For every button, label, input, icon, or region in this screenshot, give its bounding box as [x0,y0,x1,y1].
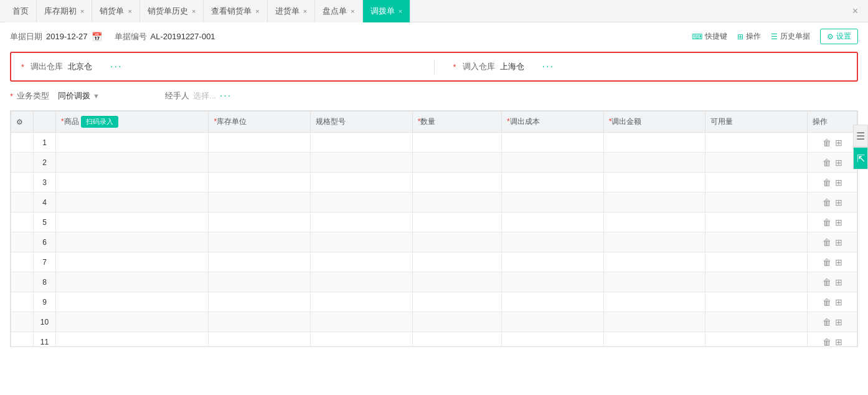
tab-stocktake[interactable]: 盘点单 × [315,0,362,22]
col-unit: *库存单位 [209,112,311,133]
delete-icon[interactable]: 🗑 [823,178,831,188]
table-row: 1 🗑 ⊞ [11,133,857,153]
float-expand-icon[interactable]: ⇱ [853,147,868,169]
row-num: 1 [34,133,56,153]
doc-field: 单据编号 AL-20191227-001 [115,31,215,42]
tab-home[interactable]: 首页 [5,0,37,22]
row-settings [11,133,34,153]
shortcuts-action[interactable]: ⌨ 快捷键 [692,31,727,42]
transfer-in-more[interactable]: ··· [542,61,554,72]
operations-action[interactable]: ⊞ 操作 [737,31,761,42]
delete-icon[interactable]: 🗑 [823,337,831,347]
tab-close-sales-order[interactable]: × [128,7,131,15]
calendar-icon[interactable]: 📅 [92,32,102,42]
tab-close-stocktake[interactable]: × [351,7,354,15]
table-row: 9 🗑⊞ [11,292,857,312]
copy-icon[interactable]: ⊞ [835,317,842,327]
table-row: 10 🗑⊞ [11,312,857,332]
table-header-row: ⚙ *商品 扫码录入 *库存单位 规格型号 *数量 *调出成本 *调出金额 可用… [11,112,857,133]
copy-icon[interactable]: ⊞ [835,178,842,188]
delete-icon[interactable]: 🗑 [823,277,831,287]
delete-icon[interactable]: 🗑 [823,198,831,207]
tab-close-purchase-order[interactable]: × [303,7,307,15]
operations-icon: ⊞ [737,32,743,41]
table-row: 4 🗑⊞ [11,193,857,212]
person-field: 经手人 选择... ··· [165,90,232,102]
form-header-left: 单据日期 2019-12-27 📅 单据编号 AL-20191227-001 [10,31,215,42]
delete-icon[interactable]: 🗑 [823,317,831,327]
col-cost: *调出成本 [502,112,604,133]
delete-icon[interactable]: 🗑 [823,138,831,148]
copy-icon[interactable]: ⊞ [835,237,842,247]
row-spec[interactable] [311,133,413,153]
data-table-container: ⚙ *商品 扫码录入 *库存单位 规格型号 *数量 *调出成本 *调出金额 可用… [10,110,858,347]
tab-close-transfer[interactable]: × [399,7,402,15]
tab-close-sales-history[interactable]: × [192,7,196,15]
transfer-in-value[interactable]: 上海仓 [500,61,537,72]
copy-icon[interactable]: ⊞ [835,217,842,227]
row-amount[interactable] [603,133,705,153]
person-select[interactable]: 选择... [193,90,216,102]
table-row: 3 🗑⊞ [11,173,857,193]
warehouse-section: * 调出仓库 北京仓 ··· * 调入仓库 上海仓 ··· [10,52,858,82]
delete-icon[interactable]: 🗑 [823,217,831,227]
delete-icon[interactable]: 🗑 [823,297,831,307]
table-row: 8 🗑⊞ [11,272,857,292]
tab-close-inventory-init[interactable]: × [80,7,84,15]
transfer-out-label: 调出仓库 [31,61,63,72]
settings-button[interactable]: ⚙ 设置 [820,29,858,44]
copy-icon[interactable]: ⊞ [835,337,842,347]
tab-inventory-init[interactable]: 库存期初 × [37,0,92,22]
gear-icon: ⚙ [827,32,834,41]
right-float-panel: ☰ ⇱ [853,125,868,169]
table-row: 2 🗑⊞ [11,153,857,173]
transfer-out-more[interactable]: ··· [110,61,122,72]
transfer-out-value[interactable]: 北京仓 [68,61,105,72]
close-all-tabs[interactable]: × [847,6,863,17]
delete-icon[interactable]: 🗑 [823,158,831,168]
col-available: 可用量 [705,112,808,133]
form-row: * 业务类型 同价调拨 ▼ 经手人 选择... ··· [10,88,858,104]
history-icon: ☰ [771,32,778,41]
col-action: 操作 [808,112,857,133]
copy-icon[interactable]: ⊞ [835,158,842,168]
warehouse-divider [434,59,435,74]
row-cost[interactable] [502,133,604,153]
row-qty[interactable] [412,133,501,153]
data-table: ⚙ *商品 扫码录入 *库存单位 规格型号 *数量 *调出成本 *调出金额 可用… [11,111,857,347]
history-action[interactable]: ☰ 历史单据 [771,31,810,42]
tab-sales-order[interactable]: 销货单 × [92,0,139,22]
table-row: 7 🗑⊞ [11,252,857,272]
copy-icon[interactable]: ⊞ [835,277,842,287]
chevron-down-icon: ▼ [93,92,100,100]
doc-label: 单据编号 [115,31,147,42]
copy-icon[interactable]: ⊞ [835,138,842,148]
tab-close-view-sales[interactable]: × [255,7,259,15]
delete-icon[interactable]: 🗑 [823,237,831,247]
copy-icon[interactable]: ⊞ [835,198,842,207]
tab-purchase-order[interactable]: 进货单 × [268,0,315,22]
shortcuts-icon: ⌨ [692,32,702,41]
transfer-out-field: * 调出仓库 北京仓 ··· [21,61,415,72]
tab-view-sales[interactable]: 查看销货单 × [204,0,267,22]
transfer-in-field: * 调入仓库 上海仓 ··· [453,61,847,72]
business-type-required: * [10,92,13,101]
col-qty: *数量 [412,112,501,133]
business-type-select[interactable]: 同价调拨 ▼ [53,88,153,104]
col-settings[interactable]: ⚙ [11,112,34,133]
person-label: 经手人 [165,90,189,102]
scan-button[interactable]: 扫码录入 [81,116,118,128]
transfer-in-label: 调入仓库 [463,61,495,72]
table-row: 6 🗑⊞ [11,232,857,252]
float-list-icon[interactable]: ☰ [853,125,868,147]
business-type-group: * 业务类型 同价调拨 ▼ [10,88,153,104]
delete-icon[interactable]: 🗑 [823,257,831,267]
person-more[interactable]: ··· [220,90,232,102]
copy-icon[interactable]: ⊞ [835,257,842,267]
tab-transfer[interactable]: 调拨单 × [363,0,410,22]
tab-sales-history[interactable]: 销货单历史 × [140,0,204,22]
copy-icon[interactable]: ⊞ [835,297,842,307]
row-unit[interactable] [209,133,311,153]
row-product[interactable] [56,133,209,153]
table-row: 11 🗑⊞ [11,332,857,348]
